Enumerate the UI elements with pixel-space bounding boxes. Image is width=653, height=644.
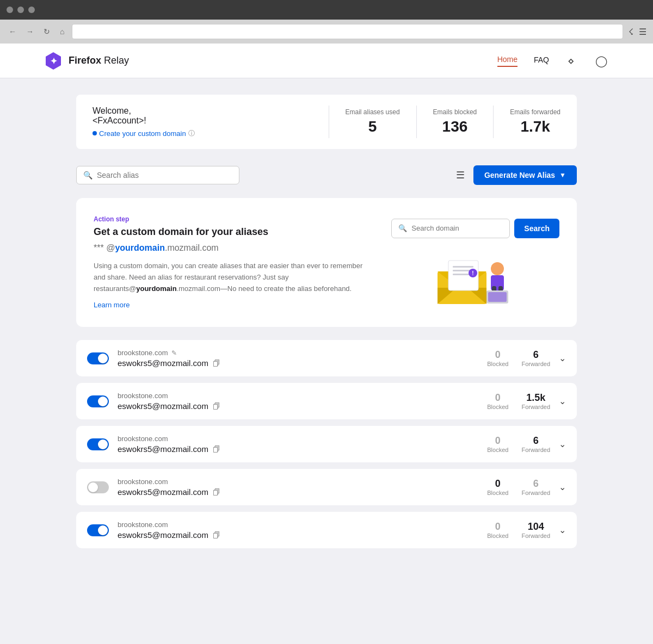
search-alias-wrapper: 🔍 [76,166,239,184]
alias-info-5: brookstone.com eswokrs5@mozmail.com 🗍 [118,521,478,540]
top-nav: ✦ Firefox Relay Home FAQ ⋄ ◯ [0,44,653,78]
alias-expand-button-1[interactable]: ⌄ [559,353,566,363]
learn-more-link[interactable]: Learn more [94,301,130,309]
alias-card: brookstone.com eswokrs5@mozmail.com 🗍 0 … [76,426,577,462]
alias-expand-button-4[interactable]: ⌄ [559,482,566,492]
alias-toggle-2[interactable] [87,395,109,407]
copy-icon-4[interactable]: 🗍 [213,488,220,497]
alias-stats-1: 0 Blocked 6 Forwarded [487,349,550,367]
alias-blocked-value-2: 0 [487,392,508,404]
alias-blocked-label-3: Blocked [487,447,508,453]
alias-forwarded-stat-4: 6 Forwarded [521,478,550,496]
svg-rect-15 [488,292,507,302]
stats-bar: Welcome, <FxAccount>! Create your custom… [76,95,577,149]
edit-icon[interactable]: ✎ [171,349,177,357]
alias-stats-3: 0 Blocked 6 Forwarded [487,435,550,453]
copy-icon-5[interactable]: 🗍 [213,531,220,540]
generate-new-alias-button[interactable]: Generate New Alias ▼ [473,165,577,185]
emails-forwarded-value: 1.7k [510,118,560,135]
extensions-button[interactable]: ☇ [629,27,633,37]
alias-expand-button-3[interactable]: ⌄ [559,439,566,449]
copy-icon-1[interactable]: 🗍 [213,359,220,368]
action-bar: 🔍 ☰ Generate New Alias ▼ [76,165,577,185]
svg-rect-7 [453,266,473,268]
info-icon[interactable]: ⓘ [188,129,195,138]
toggle-knob-2 [98,397,108,406]
emails-blocked-label: Emails blocked [433,108,477,116]
alias-email-5: eswokrs5@mozmail.com 🗍 [118,530,478,540]
alias-toggle-3[interactable] [87,438,109,450]
copy-icon-2[interactable]: 🗍 [213,402,220,411]
svg-text:✦: ✦ [50,57,58,66]
alias-blocked-stat-5: 0 Blocked [487,521,508,539]
alias-site-3: brookstone.com [118,435,478,443]
logo-area: ✦ Firefox Relay [44,51,497,71]
alias-email-3: eswokrs5@mozmail.com 🗍 [118,444,478,454]
stat-divider-1 [329,106,329,138]
alias-card: brookstone.com eswokrs5@mozmail.com 🗍 0 … [76,512,577,548]
alias-card: brookstone.com eswokrs5@mozmail.com 🗍 0 … [76,383,577,419]
user-account-button[interactable]: ◯ [593,52,609,70]
toggle-knob-5 [98,525,108,535]
alias-expand-button-2[interactable]: ⌄ [559,396,566,406]
alias-toggle-4[interactable] [87,481,109,493]
alias-site-5: brookstone.com [118,521,478,529]
filter-button[interactable]: ☰ [456,169,465,181]
refresh-button[interactable]: ↻ [41,25,52,38]
alias-forwarded-stat-1: 6 Forwarded [521,349,550,367]
app-wrapper: ✦ Firefox Relay Home FAQ ⋄ ◯ Welcome, <F… [0,44,653,642]
alias-stats-2: 0 Blocked 1.5k Forwarded [487,392,550,410]
svg-text:!: ! [472,270,473,276]
alias-site-2: brookstone.com [118,392,478,400]
chevron-down-icon: ▼ [559,171,566,179]
nav-home-link[interactable]: Home [497,55,518,67]
url-bar[interactable] [72,24,623,39]
hamburger-menu-button[interactable]: ☰ [639,27,646,37]
svg-point-10 [491,262,504,275]
emails-blocked-value: 136 [433,118,477,135]
generate-new-alias-label: Generate New Alias [484,171,555,179]
back-button[interactable]: ← [7,25,19,38]
search-alias-input[interactable] [97,171,232,179]
alias-list: brookstone.com ✎ eswokrs5@mozmail.com 🗍 … [76,340,577,548]
domain-search-row: 🔍 Search [391,219,559,238]
home-button[interactable]: ⌂ [58,25,66,38]
alias-site-1: brookstone.com ✎ [118,349,478,357]
action-card: Action step Get a custom domain for your… [76,198,577,327]
action-card-title: Get a custom domain for your aliases [94,226,375,238]
forward-button[interactable]: → [24,25,36,38]
alias-info-2: brookstone.com eswokrs5@mozmail.com 🗍 [118,392,478,411]
action-card-right: 🔍 Search [391,219,559,307]
search-domain-button[interactable]: Search [514,219,559,238]
toggle-knob-3 [98,439,108,449]
nav-faq-link[interactable]: FAQ [534,55,549,66]
browser-dot-green [28,7,35,13]
alias-card: brookstone.com ✎ eswokrs5@mozmail.com 🗍 … [76,340,577,376]
copy-icon-3[interactable]: 🗍 [213,445,220,454]
search-domain-input[interactable] [411,224,503,232]
toggle-knob-1 [98,354,108,363]
welcome-text: Welcome, <FxAccount>! [93,106,312,126]
apps-grid-button[interactable]: ⋄ [565,52,577,70]
stat-divider-3 [493,106,494,138]
alias-blocked-value-5: 0 [487,521,508,532]
logo-text: Firefox Relay [69,55,129,66]
alias-info-3: brookstone.com eswokrs5@mozmail.com 🗍 [118,435,478,454]
alias-forwarded-stat-5: 104 Forwarded [521,521,550,539]
nav-links: Home FAQ ⋄ ◯ [497,52,609,70]
welcome-section: Welcome, <FxAccount>! Create your custom… [93,106,312,138]
alias-blocked-stat-2: 0 Blocked [487,392,508,410]
status-dot [93,131,97,135]
alias-info-4: brookstone.com eswokrs5@mozmail.com 🗍 [118,478,478,497]
action-card-desc: Using a custom domain, you can create al… [94,261,375,294]
toggle-knob-4 [88,482,98,492]
alias-blocked-label-1: Blocked [487,361,508,367]
alias-forwarded-label-1: Forwarded [521,361,550,367]
alias-expand-button-5[interactable]: ⌄ [559,525,566,535]
alias-blocked-label-5: Blocked [487,532,508,539]
domain-preview: *** @yourdomain.mozmail.com [94,243,375,253]
alias-toggle-1[interactable] [87,352,109,364]
create-custom-domain-link[interactable]: Create your custom domain [99,129,186,138]
alias-toggle-5[interactable] [87,524,109,536]
alias-forwarded-label-5: Forwarded [521,532,550,539]
